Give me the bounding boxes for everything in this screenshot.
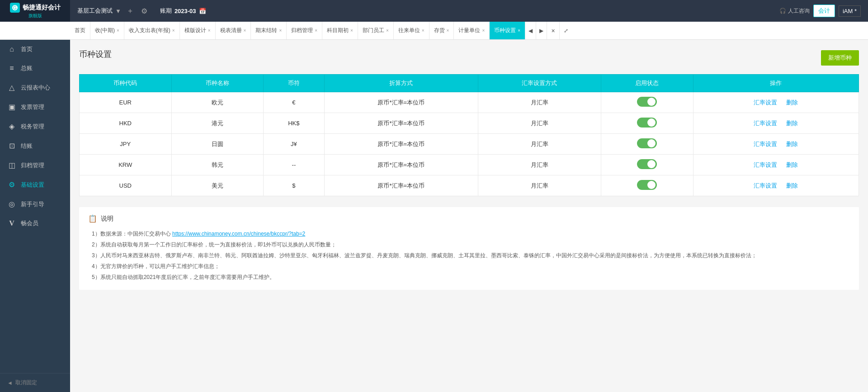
tab-unit[interactable]: 计量单位 × xyxy=(454,22,490,40)
tab-archive[interactable]: 归档管理 × xyxy=(287,22,322,40)
rate-setting-link-2[interactable]: 汇率设置 xyxy=(754,141,777,147)
sidebar-item-settings[interactable]: ⚙ 基础设置 xyxy=(0,175,70,194)
rate-setting-link-3[interactable]: 汇率设置 xyxy=(754,161,777,168)
delete-link-2[interactable]: 删除 xyxy=(786,141,798,147)
sidebar-settings-label: 基础设置 xyxy=(21,181,44,189)
iam-label[interactable]: iAM * xyxy=(839,5,861,17)
cell-toggle-2[interactable] xyxy=(601,134,693,155)
table-row: USD 美元 $ 原币*汇率=本位币 月汇率 汇率设置 删除 xyxy=(80,175,859,196)
cell-toggle-0[interactable] xyxy=(601,92,693,113)
tab-home[interactable]: 首页 xyxy=(70,22,90,40)
cell-symbol-4: $ xyxy=(264,175,325,196)
tab-next-button[interactable]: ▶ xyxy=(536,22,547,40)
sidebar-item-settlement[interactable]: ⊡ 结账 xyxy=(0,136,70,156)
tab-tax-table-close[interactable]: × xyxy=(244,28,246,33)
sidebar-item-tax[interactable]: ◈ 税务管理 xyxy=(0,117,70,136)
company-selector[interactable]: 基层工会测试 ▼ xyxy=(77,7,121,15)
tab-prev-button[interactable]: ◀ xyxy=(525,22,536,40)
tab-inventory-close[interactable]: × xyxy=(447,28,449,33)
sidebar-pin-toggle[interactable]: ◄ 取消固定 xyxy=(0,373,70,392)
company-name: 基层工会测试 xyxy=(77,7,113,15)
delete-link-4[interactable]: 删除 xyxy=(786,182,798,189)
sidebar-item-reports[interactable]: △ 云报表中心 xyxy=(0,78,70,97)
tab-currency-close[interactable]: × xyxy=(518,28,520,33)
tab-mid-period-close[interactable]: × xyxy=(117,28,119,33)
tab-contacts-close[interactable]: × xyxy=(422,28,425,33)
toggle-enabled-2[interactable] xyxy=(637,138,657,148)
tab-mid-period[interactable]: 收(中期) × xyxy=(90,22,124,40)
tab-inventory[interactable]: 存货 × xyxy=(429,22,454,40)
invoice-icon: ▣ xyxy=(7,103,16,111)
rate-setting-link-1[interactable]: 汇率设置 xyxy=(754,120,777,127)
tab-contacts[interactable]: 往来单位 × xyxy=(394,22,429,40)
tab-archive-close[interactable]: × xyxy=(315,28,317,33)
tab-tax-table[interactable]: 税表清册 × xyxy=(216,22,251,40)
sidebar-settlement-label: 结账 xyxy=(21,142,33,150)
tab-template-close[interactable]: × xyxy=(208,28,211,33)
sidebar-item-invoice[interactable]: ▣ 发票管理 xyxy=(0,97,70,117)
sidebar-guide-label: 新手引导 xyxy=(21,200,44,208)
cell-symbol-1: HK$ xyxy=(264,113,325,134)
tab-currency[interactable]: 币种设置 × xyxy=(490,22,525,40)
delete-link-0[interactable]: 删除 xyxy=(786,99,798,106)
sidebar-item-ledger[interactable]: ≡ 总账 xyxy=(0,59,70,78)
tab-contacts-label: 往来单位 xyxy=(398,27,420,34)
logo-icon: G xyxy=(10,3,20,13)
tab-period-end-label: 期末结转 xyxy=(255,27,277,34)
sidebar-ledger-label: 总账 xyxy=(21,64,33,72)
sidebar-archive-label: 归档管理 xyxy=(21,161,44,170)
cell-rate-4: 月汇率 xyxy=(478,175,601,196)
period-area: 账期 2023-03 📅 xyxy=(160,7,206,15)
kuaiji-button[interactable]: 会计 xyxy=(813,5,835,17)
tab-dept-staff-close[interactable]: × xyxy=(386,28,389,33)
sidebar-item-home[interactable]: ⌂ 首页 xyxy=(0,40,70,59)
delete-link-3[interactable]: 删除 xyxy=(786,161,798,168)
cell-code-3: KRW xyxy=(80,155,172,175)
tab-subject-init-close[interactable]: × xyxy=(350,28,353,33)
rate-setting-link-4[interactable]: 汇率设置 xyxy=(754,182,777,189)
tab-annual-report[interactable]: 收入支出表(年报) × xyxy=(124,22,180,40)
customer-service-label: 人工咨询 xyxy=(788,7,810,15)
add-tab-button[interactable]: ＋ xyxy=(125,5,136,18)
toggle-enabled-0[interactable] xyxy=(637,97,657,107)
tab-period-end-close[interactable]: × xyxy=(279,28,282,33)
main-layout: ⌂ 首页 ≡ 总账 △ 云报表中心 ▣ 发票管理 ◈ 税务管理 ⊡ 结账 ◫ 归… xyxy=(0,40,868,392)
notice-icon: 📋 xyxy=(88,214,97,223)
delete-link-1[interactable]: 删除 xyxy=(786,120,798,127)
sidebar-item-member[interactable]: V 畅会员 xyxy=(0,214,70,233)
customer-service[interactable]: 🎧 人工咨询 xyxy=(779,7,810,15)
notice-link[interactable]: https://www.chinamoney.com.cn/chinese/bk… xyxy=(172,231,305,237)
cell-code-0: EUR xyxy=(80,92,172,113)
sidebar-tax-label: 税务管理 xyxy=(21,123,44,131)
col-calc: 折算方式 xyxy=(324,75,478,92)
cell-toggle-3[interactable] xyxy=(601,155,693,175)
cell-name-1: 港元 xyxy=(171,113,264,134)
cell-actions-2: 汇率设置 删除 xyxy=(693,134,859,155)
tab-template[interactable]: 模版设计 × xyxy=(180,22,216,40)
new-currency-button[interactable]: 新增币种 xyxy=(821,50,859,66)
tab-period-end[interactable]: 期末结转 × xyxy=(251,22,287,40)
calendar-icon[interactable]: 📅 xyxy=(199,8,206,14)
tab-dept-staff[interactable]: 部门员工 × xyxy=(358,22,394,40)
cell-calc-3: 原币*汇率=本位币 xyxy=(324,155,478,175)
sidebar-item-archive[interactable]: ◫ 归档管理 xyxy=(0,156,70,175)
sidebar-item-guide[interactable]: ◎ 新手引导 xyxy=(0,194,70,214)
table-body: EUR 欧元 € 原币*汇率=本位币 月汇率 汇率设置 删除 HKD 港元 HK… xyxy=(80,92,859,196)
cell-toggle-1[interactable] xyxy=(601,113,693,134)
company-dropdown-icon[interactable]: ▼ xyxy=(115,8,121,14)
tab-close-all-button[interactable]: × xyxy=(547,22,560,40)
settings-icon[interactable]: ⚙ xyxy=(139,5,149,17)
currency-table: 币种代码 币种名称 币符 折算方式 汇率设置方式 启用状态 操作 EUR 欧元 … xyxy=(79,74,859,196)
rate-setting-link-0[interactable]: 汇率设置 xyxy=(754,99,777,106)
col-rate-method: 汇率设置方式 xyxy=(478,75,601,92)
tab-annual-report-close[interactable]: × xyxy=(172,28,175,33)
cell-toggle-4[interactable] xyxy=(601,175,693,196)
tab-expand-button[interactable]: ⤢ xyxy=(560,22,572,40)
tab-subject-init[interactable]: 科目期初 × xyxy=(322,22,358,40)
toggle-enabled-4[interactable] xyxy=(637,180,657,190)
toggle-enabled-3[interactable] xyxy=(637,159,657,169)
tab-unit-close[interactable]: × xyxy=(482,28,485,33)
toggle-enabled-1[interactable] xyxy=(637,118,657,128)
table-row: KRW 韩元 -- 原币*汇率=本位币 月汇率 汇率设置 删除 xyxy=(80,155,859,175)
cell-name-3: 韩元 xyxy=(171,155,264,175)
